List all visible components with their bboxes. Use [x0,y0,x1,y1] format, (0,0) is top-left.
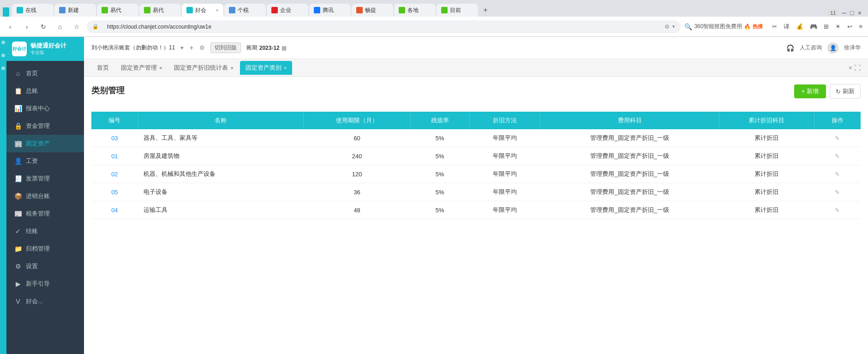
cell-method-2: 年限平均 [469,165,540,183]
cell-method-3: 年限平均 [469,183,540,201]
logo-icon-text: 好会计 [12,46,26,52]
app-container: 好会计 畅捷通好会计 专业版 ⌂ 首页 📋 总账 📊 报表中心 🔒 资金 [0,37,868,354]
sidebar-item-funds[interactable]: 🔒 资金管理 [6,117,84,135]
reload-btn[interactable]: ↻ [37,20,50,33]
sidebar-item-settings[interactable]: ⚙ 设置 [6,258,84,275]
tab-fixed-depreciation[interactable]: 固定资产折旧统计表 × [168,61,239,75]
browser-tab-5[interactable]: 好会 × [182,4,223,17]
cell-action-3[interactable]: ✎ [814,183,861,201]
sidebar-item-purchase-sales[interactable]: 📦 进销台账 [6,187,84,205]
cell-action-1[interactable]: ✎ [814,147,861,165]
edit-icon-1[interactable]: ✎ [835,153,840,160]
dropdown-icon[interactable]: ▾ [180,44,184,51]
browser-tab-2[interactable]: 新建 [54,4,96,17]
sidebar-item-tax[interactable]: 📰 税务管理 [6,205,84,222]
browser-tab-3[interactable]: 易代 [97,4,138,17]
tab-fixed-category-close[interactable]: × [284,65,287,71]
more-icon: V [14,297,22,306]
refresh-icon: ↻ [836,88,841,95]
menu-tool[interactable]: ≡ [857,22,864,31]
sidebar-item-reports[interactable]: 📊 报表中心 [6,100,84,117]
browser-tab-10[interactable]: 各地 [394,4,436,17]
flame-icon: 🔥 [744,24,751,30]
translate-tool[interactable]: 译 [782,22,791,32]
home-btn[interactable]: ⌂ [54,20,66,33]
col-code: 编号 [91,112,138,129]
tab-fixed-mgmt-close[interactable]: × [159,65,162,71]
tab-close-5[interactable]: × [216,7,219,13]
cell-action-4[interactable]: ✎ [814,201,861,219]
browser-tab-6[interactable]: 个税 [224,4,266,17]
tab-fixed-category[interactable]: 固定资产类别 × [240,61,292,75]
switch-to-old-btn[interactable]: 切到旧版 [210,42,241,53]
sidebar-item-checkout[interactable]: ✓ 结账 [6,222,84,240]
browser-tab-9[interactable]: 畅提 [352,4,393,17]
purchase-sales-icon: 📦 [14,192,22,200]
cell-action-2[interactable]: ✎ [814,165,861,183]
sidebar-item-invoice[interactable]: 🧾 发票管理 [6,170,84,187]
close-window-btn[interactable]: × [858,9,862,17]
minimize-btn[interactable]: ─ [842,9,846,17]
sidebar-item-guide[interactable]: ▶ 新手引导 [6,275,84,293]
account-settings-icon[interactable]: ⚙ [199,44,205,51]
game-tool[interactable]: 🎮 [808,22,819,31]
edit-icon-2[interactable]: ✎ [835,171,840,178]
add-account-btn[interactable]: + [189,44,193,52]
layout-tool[interactable]: ⊞ [822,22,831,31]
address-input[interactable] [102,22,662,32]
tab-home[interactable]: 首页 [91,61,114,75]
cell-period-2: 120 [304,165,410,183]
site-settings-icon[interactable]: ⚙ [664,24,670,30]
col-action: 操作 [814,112,861,129]
scissors-tool[interactable]: ✂ [770,22,779,31]
cell-code-4[interactable]: 04 [91,201,138,219]
chevron-down-icon[interactable]: ▾ [672,24,675,30]
cell-code-0[interactable]: 03 [91,129,138,147]
sidebar-item-archive[interactable]: 📁 归档管理 [6,240,84,258]
back-btn[interactable]: ‹ [4,20,17,33]
tab-favicon-8 [314,7,320,13]
browser-tab-11[interactable]: 目前 [437,4,478,17]
edit-icon-4[interactable]: ✎ [835,207,840,214]
sidebar-item-ledger[interactable]: 📋 总账 [6,82,84,100]
wallet-tool[interactable]: 💰 [794,22,805,31]
tab-favicon-1 [17,7,23,13]
address-bar-container[interactable]: 🔒 ⚙ ▾ [87,20,681,33]
sidebar-item-home[interactable]: ⌂ 首页 [6,65,84,82]
table-row: 03 器具、工具、家具等 60 5% 年限平均 管理费用_固定资产折旧_一级 累… [91,129,861,147]
sidebar-item-guide-label: 新手引导 [26,280,50,288]
new-tab-button[interactable]: + [479,4,492,17]
calendar-icon[interactable]: ▦ [281,45,287,51]
history-tool[interactable]: ↩ [845,22,854,31]
edit-icon-0[interactable]: ✎ [835,135,840,142]
cell-code-2[interactable]: 02 [91,165,138,183]
sidebar-item-more[interactable]: V 好会... [6,293,84,310]
cell-action-0[interactable]: ✎ [814,129,861,147]
help-label[interactable]: 人工咨询 [800,44,822,52]
browser-tab-7[interactable]: 企业 [267,4,308,17]
close-tab-btn[interactable]: × [849,64,852,72]
tab-fixed-mgmt[interactable]: 固定资产管理 × [115,61,168,75]
cell-code-3[interactable]: 05 [91,183,138,201]
hot-search-label: 热搜 [753,23,763,30]
refresh-btn[interactable]: ↻ 刷新 [830,84,861,99]
fullscreen-btn[interactable]: ⛶ [854,64,861,72]
edit-icon-3[interactable]: ✎ [835,189,840,196]
table-row: 04 运输工具 48 5% 年限平均 管理费用_固定资产折旧_一级 累计折旧 ✎ [91,201,861,219]
browser-tab-1[interactable]: 在线 [12,4,54,17]
sidebar-item-checkout-label: 结账 [26,227,38,235]
cell-code-1[interactable]: 01 [91,147,138,165]
page-content: 类别管理 + 新增 ↻ 刷新 编号 名称 使用期限（月） 残值率 [84,77,868,354]
sidebar-item-fixed-assets[interactable]: 🏢 固定资产 [6,135,84,152]
sidebar-item-payroll[interactable]: 👤 工资 [6,152,84,170]
browser-tab-4[interactable]: 易代 [139,4,181,17]
add-btn[interactable]: + 新增 [794,84,826,98]
browser-tab-8[interactable]: 腾讯 [309,4,351,17]
forward-btn[interactable]: › [20,20,33,33]
maximize-btn[interactable]: □ [850,9,854,17]
bookmark-btn[interactable]: ☆ [70,20,83,33]
brightness-tool[interactable]: ☀ [833,22,843,31]
tab-fixed-depreciation-label: 固定资产折旧统计表 [174,64,228,72]
tab-fixed-depreciation-close[interactable]: × [230,65,233,71]
sidebar-menu: ⌂ 首页 📋 总账 📊 报表中心 🔒 资金管理 🏢 固定资产 👤 工资 [6,61,84,354]
